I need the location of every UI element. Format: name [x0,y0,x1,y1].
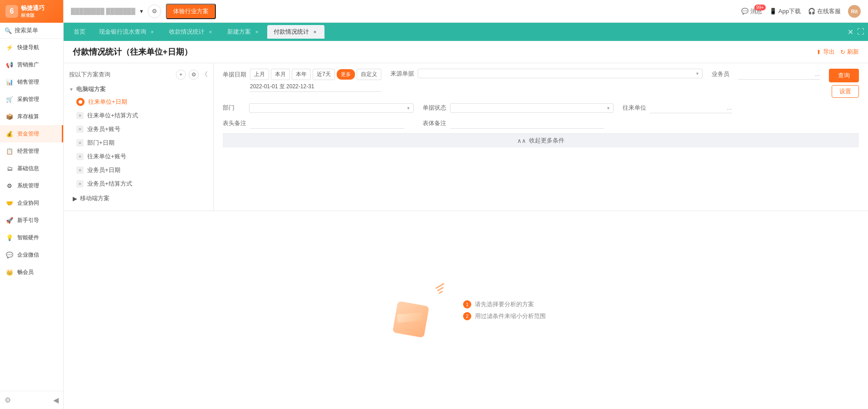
brand-label: ████████ ███████ [71,8,135,15]
scheme-item-label: 往来单位+日期 [88,98,127,106]
sidebar-item-system[interactable]: ⚙ 系统管理 [0,177,63,194]
scheme-item-salesman-account[interactable]: ≡ 业务员+账号 [64,122,213,136]
tab-home[interactable]: 首页 [67,25,92,39]
vip-icon: 👑 [5,268,14,276]
sidebar-settings-icon[interactable]: ⚙ [5,396,11,404]
tab-receipt-stats-close[interactable]: × [207,29,214,35]
partner-dots[interactable]: ... [727,104,732,111]
active-scheme-dot [76,98,85,106]
scheme-add-btn[interactable]: + [176,70,186,80]
dept-select[interactable]: ▾ [249,103,414,113]
scheme-item-salesman-date[interactable]: ≡ 业务员+日期 [64,163,213,177]
scheme-item-dept-date[interactable]: ≡ 部门+日期 [64,136,213,150]
refresh-icon: ↻ [840,49,845,56]
app-download-btn[interactable]: 📱 App下载 [769,7,801,15]
sidebar-item-vip[interactable]: 👑 畅会员 [0,263,63,281]
settings-btn[interactable]: 设置 [832,85,859,98]
scheme-desktop-group-header[interactable]: ▼ 电脑端方案 [64,83,213,95]
tab-receipt-stats-label: 收款情况统计 [169,28,205,36]
sidebar-item-label: 库存核算 [17,113,39,121]
date-btn-group: 上月 本月 本年 近7天 更多 自定义 [250,69,381,80]
sidebar-search[interactable]: 🔍 搜索菜单 [0,23,63,39]
download-icon: 📱 [769,8,777,15]
sidebar-item-marketing[interactable]: 📢 营销推广 [0,56,63,73]
trial-btn[interactable]: 体验行业方案 [166,4,216,19]
salesman-dots[interactable]: ... [815,71,820,77]
bill-status-select[interactable]: ▾ [450,103,614,113]
source-bill-select[interactable]: ▾ [418,69,703,78]
tab-receipt-stats[interactable]: 收款情况统计 × [163,25,220,39]
page-header-actions: ⬆ 导出 ↻ 刷新 [816,48,859,56]
dept-arrow: ▾ [407,106,409,111]
sidebar-item-label: 销售管理 [17,78,39,86]
scheme-item-label: 往来单位+账号 [87,152,126,161]
sidebar-item-purchase[interactable]: 🛒 采购管理 [0,91,63,108]
bill-status-label: 单据状态 [423,104,446,112]
date-btn-custom[interactable]: 自定义 [357,69,381,80]
sidebar-item-sales[interactable]: 📊 销售管理 [0,73,63,91]
tab-cash-flow-close[interactable]: × [149,29,155,35]
sidebar-item-label: 系统管理 [17,182,39,190]
sidebar-item-inventory[interactable]: 📦 库存核算 [0,108,63,125]
refresh-btn[interactable]: ↻ 刷新 [840,48,859,56]
inventory-icon: 📦 [5,112,14,121]
page: 付款情况统计（往来单位+日期） ⬆ 导出 ↻ 刷新 [64,41,868,409]
scheme-settings-btn[interactable]: ⚙ [189,70,199,80]
scheme-panel-title: 按以下方案查询 [69,71,110,79]
export-btn[interactable]: ⬆ 导出 [816,48,835,56]
date-filter-label: 单据日期 [223,69,246,79]
topbar-dropdown[interactable]: ▾ [140,8,143,15]
sidebar-collapse-icon[interactable]: ◀ [53,396,59,404]
scheme-mobile-group-header[interactable]: ▶ 移动端方案 [64,192,213,204]
sidebar-header: 6 畅捷通巧 标准版 [0,0,63,23]
tabbar-fullscreen-btn[interactable]: ⛶ [857,28,864,36]
sidebar-item-label: 营销推广 [17,61,39,69]
date-btn-this-year[interactable]: 本年 [292,69,311,80]
scheme-item-partner-date[interactable]: 往来单位+日期 [64,95,213,109]
scheme-mobile-group: ▶ 移动端方案 [64,192,213,204]
sidebar-item-finance[interactable]: 💰 资金管理 [0,125,63,142]
scheme-item-salesman-settle[interactable]: ≡ 业务员+结算方式 [64,177,213,191]
sidebar-item-wechat[interactable]: 💬 企业微信 [0,246,63,263]
message-btn[interactable]: 💬 消息 99+ [741,7,762,15]
scheme-item-icon-bar: ≡ [76,153,84,160]
sidebar-item-label: 企业微信 [17,251,39,259]
sidebar-item-operations[interactable]: 📋 经营管理 [0,142,63,160]
partner-label: 往来单位 [623,104,646,112]
quick-nav-icon: ⚡ [5,43,14,51]
topbar-settings-btn[interactable]: ⚙ [148,5,161,18]
purchase-icon: 🛒 [5,95,14,103]
tab-payment-stats[interactable]: 付款情况统计 × [267,25,324,39]
sidebar-item-smart-hw[interactable]: 💡 智能硬件 [0,229,63,246]
scheme-collapse-btn[interactable]: 《 [201,71,208,79]
basic-info-icon: 🗂 [5,164,14,172]
collapse-more-btn[interactable]: ∧∧ 收起更多条件 [223,133,859,147]
app-header-text: 畅捷通巧 标准版 [21,4,45,19]
scheme-item-label: 往来单位+结算方式 [87,111,138,120]
query-btn[interactable]: 查询 [829,69,859,82]
page-title: 付款情况统计（往来单位+日期） [73,46,192,57]
app-download-label: App下载 [778,7,801,15]
user-avatar[interactable]: Rit [848,5,861,18]
tab-new-scheme[interactable]: 新建方案 × [221,25,266,39]
mobile-group-arrow: ▶ [73,195,77,202]
online-service-label: 在线客服 [817,7,841,15]
tabbar-close-btn[interactable]: ✕ [848,28,853,36]
sidebar-item-basic-info[interactable]: 🗂 基础信息 [0,160,63,177]
tab-new-scheme-close[interactable]: × [254,29,260,35]
date-btn-last-month[interactable]: 上月 [250,69,269,80]
sidebar-item-guide[interactable]: 🚀 新手引导 [0,212,63,229]
date-btn-this-month[interactable]: 本月 [271,69,290,80]
scheme-item-partner-settle[interactable]: ≡ 往来单位+结算方式 [64,109,213,122]
tabbar: 首页 现金银行流水查询 × 收款情况统计 × 新建方案 × 付款情况统计 × ✕… [64,23,868,41]
sidebar-item-enterprise[interactable]: 🤝 企业协同 [0,194,63,212]
filter-panel: 按以下方案查询 + ⚙ 《 [64,63,868,211]
sidebar-item-quick-nav[interactable]: ⚡ 快捷导航 [0,39,63,56]
online-service-btn[interactable]: 🎧 在线客服 [808,7,841,15]
date-btn-more[interactable]: 更多 [337,69,355,80]
tab-cash-flow[interactable]: 现金银行流水查询 × [93,25,162,39]
desktop-group-label: 电脑端方案 [76,85,106,93]
scheme-item-partner-account[interactable]: ≡ 往来单位+账号 [64,150,213,163]
tab-payment-stats-close[interactable]: × [312,29,318,35]
date-btn-last-7-days[interactable]: 近7天 [313,69,335,80]
